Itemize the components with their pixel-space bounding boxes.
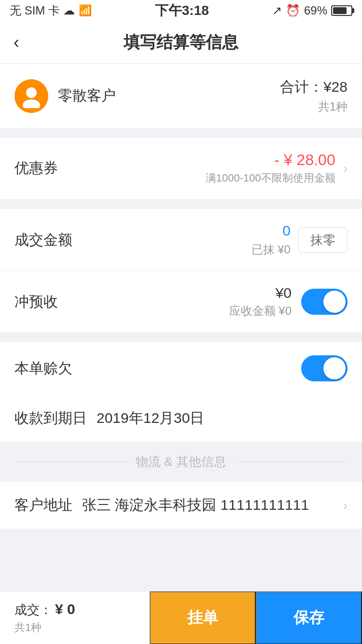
address-row[interactable]: 客户地址 张三 海淀永丰科技园 11111111111 › bbox=[0, 482, 362, 529]
bottom-left: 成交： ¥ 0 共1种 bbox=[0, 601, 150, 635]
logistics-divider: 物流 & 其他信息 bbox=[0, 442, 362, 482]
deal-amount-section: 成交金额 0 已抹 ¥0 抹零 冲预收 ¥0 应收金额 ¥0 bbox=[0, 209, 362, 332]
due-date-value: 2019年12月30日 bbox=[97, 408, 204, 428]
customer-section: 零散客户 合计：¥28 共1种 bbox=[0, 64, 362, 128]
hold-order-button[interactable]: 挂单 bbox=[150, 591, 256, 644]
prepayment-sub: 应收金额 ¥0 bbox=[229, 303, 292, 319]
customer-total: 合计：¥28 共1种 bbox=[280, 77, 348, 114]
coupon-chevron: › bbox=[343, 161, 348, 176]
round-zero-button[interactable]: 抹零 bbox=[298, 227, 348, 253]
deal-amount-col: 0 已抹 ¥0 bbox=[251, 223, 291, 257]
status-left: 无 SIM 卡 ☁ 📶 bbox=[10, 3, 92, 18]
save-button[interactable]: 保存 bbox=[256, 591, 362, 644]
battery-text: 69% bbox=[304, 4, 327, 17]
page-title: 填写结算等信息 bbox=[124, 31, 238, 54]
coupon-row[interactable]: 优惠券 - ¥ 28.00 满1000-100不限制使用金额 › bbox=[0, 138, 362, 199]
bottom-deal-amount: ¥ 0 bbox=[55, 601, 75, 617]
debt-section: 本单赊欠 收款到期日 2019年12月30日 bbox=[0, 342, 362, 442]
logistics-label: 物流 & 其他信息 bbox=[136, 453, 226, 470]
prepayment-amounts: ¥0 应收金额 ¥0 bbox=[229, 285, 292, 319]
back-button[interactable]: ‹ bbox=[14, 32, 19, 53]
debt-label: 本单赊欠 bbox=[14, 359, 72, 378]
address-label: 客户地址 bbox=[14, 495, 72, 515]
prepayment-row: 冲预收 ¥0 应收金额 ¥0 bbox=[0, 271, 362, 332]
coupon-amount: - ¥ 28.00 bbox=[206, 151, 335, 169]
alarm-icon: ⏰ bbox=[286, 4, 300, 17]
divider-line-right bbox=[236, 462, 348, 462]
address-value: 张三 海淀永丰科技园 11111111111 bbox=[72, 495, 343, 515]
customer-left: 零散客户 bbox=[14, 79, 116, 113]
coupon-label: 优惠券 bbox=[14, 158, 72, 178]
prepayment-amount: ¥0 bbox=[229, 285, 292, 301]
svg-point-0 bbox=[26, 87, 37, 98]
divider-1 bbox=[0, 128, 362, 138]
deal-amount-value: 0 bbox=[251, 223, 291, 239]
bottom-bar: 成交： ¥ 0 共1种 挂单 保存 bbox=[0, 591, 362, 644]
bottom-deal-label: 成交： bbox=[14, 602, 52, 618]
customer-name: 零散客户 bbox=[58, 86, 116, 106]
address-section: 客户地址 张三 海淀永丰科技园 11111111111 › bbox=[0, 482, 362, 529]
debt-toggle-knob bbox=[323, 357, 346, 379]
svg-point-1 bbox=[23, 99, 40, 108]
due-date-row: 收款到期日 2019年12月30日 bbox=[0, 395, 362, 442]
deal-amount-label: 成交金额 bbox=[14, 230, 72, 250]
divider-line-left bbox=[14, 462, 126, 462]
status-right: ↗ ⏰ 69% bbox=[272, 4, 352, 17]
nav-bar: ‹ 填写结算等信息 bbox=[0, 21, 362, 64]
toggle-knob bbox=[323, 291, 346, 313]
total-count: 共1种 bbox=[280, 99, 348, 114]
customer-avatar bbox=[14, 79, 48, 113]
location-icon: ↗ bbox=[272, 4, 282, 17]
status-bar: 无 SIM 卡 ☁ 📶 下午3:18 ↗ ⏰ 69% bbox=[0, 0, 362, 21]
no-sim-text: 无 SIM 卡 ☁ bbox=[10, 3, 75, 18]
coupon-desc: 满1000-100不限制使用金额 bbox=[206, 171, 335, 185]
coupon-section: 优惠券 - ¥ 28.00 满1000-100不限制使用金额 › bbox=[0, 138, 362, 199]
prepayment-label: 冲预收 bbox=[14, 292, 72, 312]
deal-amount-sub: 已抹 ¥0 bbox=[251, 242, 291, 257]
wifi-icon: 📶 bbox=[79, 4, 92, 17]
due-date-label: 收款到期日 bbox=[14, 408, 87, 428]
divider-3 bbox=[0, 332, 362, 342]
divider-2 bbox=[0, 199, 362, 209]
coupon-value: - ¥ 28.00 满1000-100不限制使用金额 bbox=[206, 151, 335, 185]
customer-row: 零散客户 合计：¥28 共1种 bbox=[0, 64, 362, 128]
battery-icon bbox=[331, 5, 352, 16]
coupon-right: - ¥ 28.00 满1000-100不限制使用金额 › bbox=[206, 151, 348, 185]
deal-amount-row: 成交金额 0 已抹 ¥0 抹零 bbox=[0, 209, 362, 271]
status-time: 下午3:18 bbox=[155, 1, 209, 20]
total-amount: 合计：¥28 bbox=[280, 77, 348, 97]
prepayment-toggle[interactable] bbox=[301, 289, 348, 315]
address-chevron: › bbox=[343, 498, 348, 513]
deal-amount-right: 0 已抹 ¥0 抹零 bbox=[251, 223, 348, 257]
debt-toggle[interactable] bbox=[301, 355, 348, 381]
debt-row: 本单赊欠 bbox=[0, 342, 362, 395]
bottom-deal-count: 共1种 bbox=[14, 620, 135, 635]
prepayment-right: ¥0 应收金额 ¥0 bbox=[229, 285, 348, 319]
